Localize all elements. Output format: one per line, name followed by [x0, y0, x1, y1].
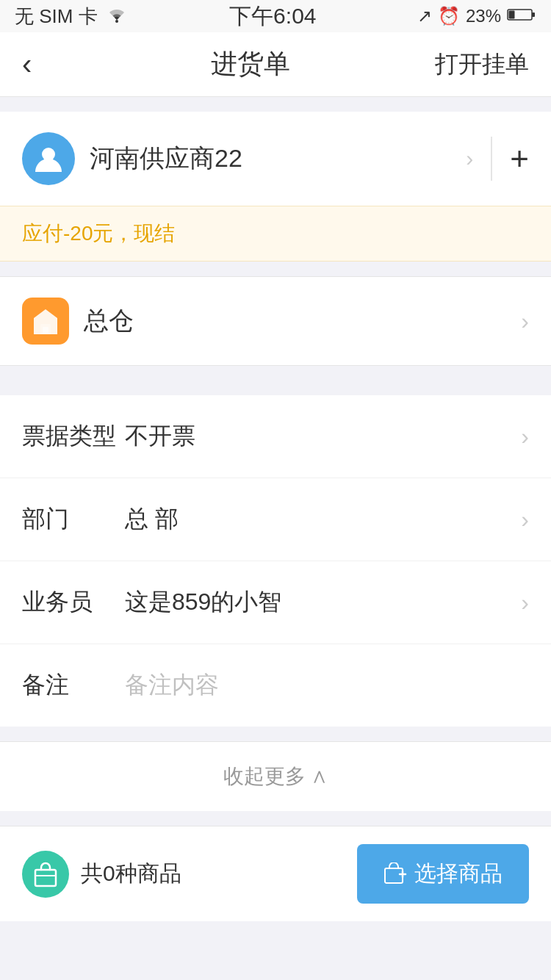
add-product-icon — [383, 862, 407, 886]
invoice-type-row[interactable]: 票据类型 不开票 › — [0, 395, 551, 478]
section-divider-1 — [0, 97, 551, 112]
bottom-bar: 共0种商品 选择商品 — [0, 826, 551, 921]
svg-rect-3 — [508, 11, 514, 19]
product-icon-bg — [22, 851, 69, 898]
product-count-text: 共0种商品 — [81, 859, 181, 889]
select-product-button[interactable]: 选择商品 — [357, 844, 529, 904]
department-row[interactable]: 部门 总 部 › — [0, 478, 551, 561]
svg-rect-6 — [43, 327, 48, 334]
collapse-row[interactable]: 收起更多 ∧ — [0, 741, 551, 811]
status-left: 无 SIM 卡 — [15, 4, 129, 29]
salesman-label: 业务员 — [22, 586, 125, 619]
salesman-chevron-icon: › — [521, 589, 529, 616]
section-divider-2 — [0, 262, 551, 276]
status-time: 下午6:04 — [229, 1, 316, 32]
department-value: 总 部 — [125, 503, 521, 536]
wifi-icon — [105, 5, 129, 28]
remark-label: 备注 — [22, 669, 125, 702]
warehouse-icon-bg — [22, 298, 69, 345]
svg-rect-9 — [385, 868, 403, 883]
form-section: 票据类型 不开票 › 部门 总 部 › 业务员 这是859的小智 › 备注 备注… — [0, 395, 551, 727]
add-supplier-button[interactable]: + — [510, 140, 529, 177]
warehouse-chevron-icon: › — [521, 308, 529, 335]
product-count-area: 共0种商品 — [22, 851, 181, 898]
department-label: 部门 — [22, 503, 125, 536]
svg-point-0 — [115, 20, 118, 23]
supplier-row[interactable]: 河南供应商22 › + — [0, 112, 551, 206]
supplier-divider — [491, 137, 492, 181]
supplier-avatar — [22, 132, 75, 185]
salesman-row[interactable]: 业务员 这是859的小智 › — [0, 561, 551, 644]
invoice-type-value: 不开票 — [125, 420, 521, 453]
warehouse-row[interactable]: 总仓 › — [0, 276, 551, 366]
battery-text: 23% — [466, 6, 501, 26]
alarm-icon: ⏰ — [438, 6, 460, 26]
remark-row[interactable]: 备注 备注内容 — [0, 644, 551, 727]
notice-text: 应付-20元，现结 — [22, 222, 175, 245]
notice-banner: 应付-20元，现结 — [0, 206, 551, 262]
section-divider-3 — [0, 366, 551, 381]
supplier-chevron-icon: › — [466, 146, 473, 171]
nav-bar: ‹ 进货单 打开挂单 — [0, 32, 551, 97]
svg-rect-2 — [532, 12, 535, 17]
warehouse-name: 总仓 — [84, 304, 521, 338]
collapse-label: 收起更多 ∧ — [223, 763, 328, 790]
select-product-label: 选择商品 — [414, 859, 503, 889]
salesman-value: 这是859的小智 — [125, 586, 521, 619]
battery-icon — [507, 6, 536, 26]
page-title: 进货单 — [211, 46, 290, 82]
person-icon — [32, 143, 65, 175]
remark-input[interactable]: 备注内容 — [125, 669, 529, 702]
warehouse-icon — [31, 306, 60, 336]
invoice-type-label: 票据类型 — [22, 420, 125, 453]
back-button[interactable]: ‹ — [22, 48, 66, 81]
open-pending-button[interactable]: 打开挂单 — [435, 48, 529, 81]
carrier-text: 无 SIM 卡 — [15, 4, 98, 29]
location-icon: ↗ — [417, 6, 432, 26]
status-right: ↗ ⏰ 23% — [417, 6, 536, 26]
status-bar: 无 SIM 卡 下午6:04 ↗ ⏰ 23% — [0, 0, 551, 32]
shopping-bag-icon — [32, 861, 59, 887]
supplier-name: 河南供应商22 — [90, 142, 466, 176]
department-chevron-icon: › — [521, 506, 529, 533]
invoice-type-chevron-icon: › — [521, 423, 529, 450]
svg-rect-7 — [35, 870, 56, 886]
